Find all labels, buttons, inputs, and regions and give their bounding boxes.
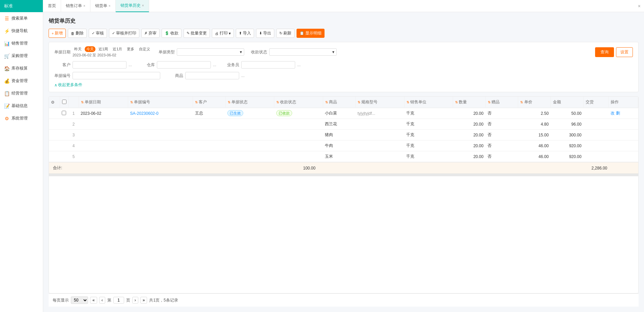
date-tag-row: 昨天 今天 近1周 近1月 更多 自定义 — [73, 46, 152, 52]
close-all-tabs[interactable]: × — [635, 3, 644, 9]
tab-sales-delivery[interactable]: 销货单 × — [90, 0, 116, 12]
new-button[interactable]: + 新增 — [49, 29, 66, 38]
batch-change-button[interactable]: ✎ 批量变更 — [184, 29, 210, 38]
col-docno[interactable]: ⇅ 单据编号 — [128, 97, 193, 108]
table-row: 1 2023-06-02 SA-20230602-0 王总 已生效 已收款 小白… — [49, 108, 638, 119]
finance-icon: 💰 — [4, 78, 9, 84]
warehouse-dots[interactable]: ... — [213, 62, 216, 67]
col-paystatus[interactable]: ⇅ 收款状态 — [274, 97, 323, 108]
doc-num-input[interactable] — [73, 72, 160, 79]
row-checkbox[interactable] — [62, 111, 66, 115]
table-row: 5 玉米 千克 20.00 否 46.00 920.00 — [49, 151, 638, 162]
cell-customer — [193, 151, 226, 162]
setting-button[interactable]: 设置 — [616, 47, 633, 57]
audit-print-label: 审核并打印 — [116, 30, 136, 36]
print-button[interactable]: 🖨 打印 ▾ — [212, 29, 234, 38]
tab-sales-history[interactable]: 销货单历史 × — [116, 0, 149, 12]
col-gift[interactable]: ⇅ 赠品 — [485, 97, 518, 108]
customer-dots[interactable]: ... — [129, 62, 132, 67]
table-header-row: ⚙ ⇅ 单据日期 ⇅ 单据编号 ⇅ 客户 — [49, 97, 638, 108]
cell-goods: 西兰花 — [323, 119, 356, 130]
collect-label: 收款 — [170, 30, 178, 36]
export-button[interactable]: ⬇ 导出 — [256, 29, 274, 38]
pay-status-select[interactable]: ▾ — [269, 48, 337, 56]
delete-button[interactable]: 🗑 删除 — [68, 29, 87, 38]
date-tag-custom[interactable]: 自定义 — [137, 46, 152, 52]
cell-actions — [609, 119, 638, 130]
sidebar-item-search-menu[interactable]: ☰ 搜索菜单 — [0, 12, 43, 25]
first-page-btn[interactable]: « — [90, 297, 97, 304]
refresh-button[interactable]: ↻ 刷新 — [276, 29, 295, 38]
sidebar-item-label: 经营管理 — [11, 90, 28, 96]
cell-goods: 小白菜 — [323, 108, 356, 119]
cell-docstatus — [225, 119, 274, 130]
tab-home[interactable]: 首页 — [43, 0, 61, 12]
ops-icon: 📋 — [4, 91, 9, 96]
cell-qty: 20.00 — [453, 108, 486, 119]
col-unit[interactable]: ⇅ 销售单位 — [404, 97, 453, 108]
edit-action[interactable]: 改 — [611, 111, 615, 115]
search-menu-icon: ☰ — [4, 16, 9, 21]
sidebar-item-ops-mgmt[interactable]: 📋 经营管理 — [0, 87, 43, 100]
tab-sales-delivery-close[interactable]: × — [109, 4, 111, 8]
cell-spec — [356, 119, 404, 130]
col-spec[interactable]: ⇅ 规格型号 — [356, 97, 404, 108]
import-button[interactable]: ⬆ 导入 — [236, 29, 254, 38]
sidebar-item-system-mgmt[interactable]: ⚙ 系统管理 — [0, 112, 43, 125]
warehouse-input[interactable] — [157, 61, 211, 69]
date-tag-today[interactable]: 今天 — [85, 46, 95, 52]
type-select[interactable]: ▾ — [177, 48, 244, 56]
col-date[interactable]: ⇅ 单据日期 — [79, 97, 128, 108]
sidebar-item-finance-mgmt[interactable]: 💰 资金管理 — [0, 75, 43, 87]
salesperson-label: 业务员 — [223, 62, 239, 68]
sidebar-item-purchase-mgmt[interactable]: 🛒 采购管理 — [0, 50, 43, 62]
col-price[interactable]: ⇅ 单价 — [518, 97, 551, 108]
last-page-btn[interactable]: » — [140, 297, 147, 304]
tab-sales-order[interactable]: 销售订单 × — [61, 0, 90, 12]
col-goods[interactable]: ⇅ 商品 — [323, 97, 356, 108]
audit-button[interactable]: ✓ 审核 — [89, 29, 107, 38]
abandon-button[interactable]: ✗ 弃审 — [141, 29, 160, 38]
audit-print-button[interactable]: ✓ 审核并打印 — [109, 29, 139, 38]
sidebar-item-sales-mgmt[interactable]: 📊 销售管理 — [0, 37, 43, 50]
per-page-select[interactable]: 50 100 200 — [71, 296, 88, 304]
doc-no-link[interactable]: SA-20230602-0 — [130, 111, 159, 116]
date-tag-more[interactable]: 更多 — [125, 46, 136, 52]
tab-sales-history-close[interactable]: × — [142, 4, 144, 7]
col-qty[interactable]: ⇅ 数量 — [453, 97, 486, 108]
col-customer[interactable]: ⇅ 客户 — [193, 97, 226, 108]
filter-row-2: 客户 ... 仓库 ... 业务员 ... — [54, 61, 633, 69]
salesperson-dots[interactable]: ... — [297, 62, 301, 67]
query-button[interactable]: 查询 — [595, 47, 614, 57]
cell-docstatus: 已生效 — [225, 108, 274, 119]
horizontal-scrollbar[interactable] — [49, 174, 638, 176]
collapse-button[interactable]: ∧ 收起更多条件 — [54, 82, 633, 88]
col-docstatus[interactable]: ⇅ 单据状态 — [225, 97, 274, 108]
page-number-input[interactable] — [113, 297, 124, 304]
doc-num-label: 单据编号 — [54, 73, 71, 79]
salesperson-input[interactable] — [241, 61, 295, 69]
date-tag-last1m[interactable]: 近1月 — [111, 46, 124, 52]
sidebar-item-quick-nav[interactable]: ⚡ 快捷导航 — [0, 25, 43, 37]
filter-card: 单据日期 昨天 今天 近1周 近1月 更多 自定义 2023-06-02 至 2… — [49, 42, 639, 92]
cell-spec — [356, 130, 404, 140]
delete-action[interactable]: 删 — [616, 111, 620, 115]
cell-qty: 20.00 — [453, 130, 486, 140]
goods-dots[interactable]: ... — [241, 73, 245, 78]
select-all-checkbox[interactable] — [62, 100, 66, 104]
prev-page-btn[interactable]: ‹ — [99, 297, 105, 304]
tab-sales-order-close[interactable]: × — [83, 4, 85, 8]
sidebar-item-basic-info[interactable]: 📝 基础信息 — [0, 100, 43, 112]
sidebar-item-inventory[interactable]: 🏠 库存核算 — [0, 62, 43, 75]
col-gear[interactable]: ⚙ — [49, 97, 60, 108]
total-pages-label: 共1页，5条记录 — [149, 297, 178, 303]
date-tag-last7[interactable]: 近1周 — [97, 46, 110, 52]
customer-input[interactable] — [73, 61, 127, 69]
collect-button[interactable]: 💲 收款 — [162, 29, 181, 38]
basic-info-icon: 📝 — [4, 103, 9, 109]
collapse-icon: ∧ — [54, 83, 57, 87]
date-tag-yesterday[interactable]: 昨天 — [73, 46, 83, 52]
next-page-btn[interactable]: › — [132, 297, 138, 304]
show-detail-button[interactable]: 📋 显示明细 — [297, 29, 325, 38]
goods-input[interactable] — [185, 72, 239, 79]
